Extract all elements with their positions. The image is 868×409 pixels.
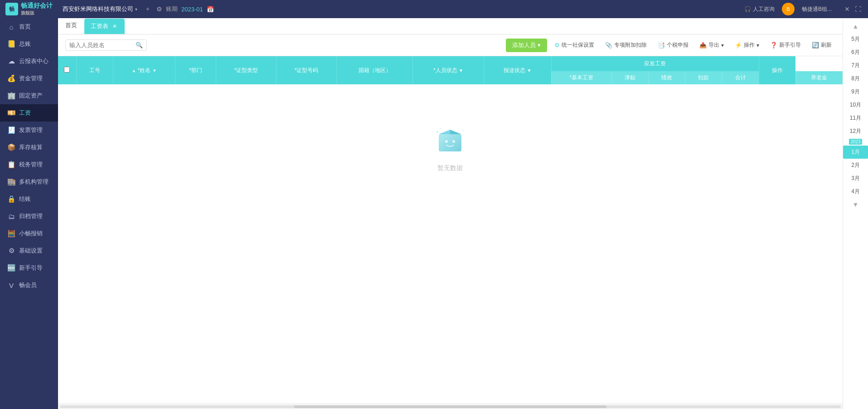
month-6[interactable]: 6月 [843,46,868,59]
bottom-scrollbar[interactable] [58,404,843,409]
sidebar-label-inventory: 库存核算 [19,143,43,151]
new-guide-button[interactable]: ❓ 新手引导 [766,39,805,51]
deduction-label: 专项附加扣除 [614,41,647,49]
month-4[interactable]: 4月 [843,185,868,198]
add-icon[interactable]: ＋ [145,5,151,13]
sidebar-label-archive: 归档管理 [19,212,43,220]
tab-home-label: 首页 [65,22,77,29]
salary-table: 工号 ▲ *姓名 ▼ *部门 *证型类型 *证型号码 国籍（地区） *人员状态 … [58,56,843,209]
month-12[interactable]: 12月 [843,125,868,138]
add-person-label: 添加人员 [512,41,536,49]
svg-marker-2 [450,130,461,134]
sidebar-item-fund[interactable]: 💰 资金管理 [0,70,58,87]
window-controls: ✕ ⛶ [843,5,863,14]
export-button[interactable]: 📤 导出 ▾ [696,39,727,51]
sidebar-item-cloud[interactable]: ☁ 云报表中心 [0,53,58,70]
empty-state: 暂无数据 [58,84,843,209]
settings-icon[interactable]: ⚙ [156,5,162,13]
month-8[interactable]: 8月 [843,72,868,85]
operate-button[interactable]: ⚡ 操作 ▾ [731,39,763,51]
tab-close-icon[interactable]: ✕ [111,23,118,30]
month-2[interactable]: 2月 [843,159,868,172]
th-report-status: 报送状态 ▼ [484,56,552,84]
sidebar-label-fixed: 固定资产 [19,92,43,100]
add-person-button[interactable]: 添加人员 ▾ [506,39,547,52]
company-dropdown-icon: ▾ [135,7,137,12]
salary-icon: 💴 [7,109,15,117]
th-salary-group: 应发工资 [551,56,759,71]
tab-salary-table[interactable]: 工资表 ✕ [84,19,125,34]
sidebar-item-ledger[interactable]: 📒 总账 [0,35,58,53]
year-badge: 2023 [849,139,862,145]
svg-point-4 [452,140,455,143]
company-name: 西安虾米网络科技有限公司 [63,5,133,13]
sidebar-item-member[interactable]: V 畅会员 [0,277,58,294]
sidebar-item-home[interactable]: ⌂ 首页 [0,18,58,35]
sidebar-item-tax[interactable]: 📋 税务管理 [0,156,58,173]
tax-declaration-button[interactable]: 📑 个税申报 [654,39,692,51]
scrollbar-thumb[interactable] [294,405,606,408]
sidebar-item-multi[interactable]: 🏬 多机构管理 [0,173,58,190]
panel-scroll-down[interactable]: ▼ [849,198,862,211]
multi-icon: 🏬 [7,178,15,186]
search-input[interactable] [69,42,134,49]
table-body: 暂无数据 [58,84,843,209]
headset-icon: 🎧 [744,6,751,12]
tab-bar: 首页 工资表 ✕ [58,18,843,34]
sidebar-item-expense[interactable]: 🧮 小畅报销 [0,225,58,242]
scrollbar-track [60,405,841,408]
svg-point-7 [441,128,441,129]
th-person-status: *人员状态 ▼ [413,56,484,84]
search-wrap: 🔍 [65,39,147,51]
add-person-dropdown-icon: ▾ [538,42,541,49]
sidebar-item-fixed[interactable]: 🏢 固定资产 [0,87,58,104]
sidebar-item-inventory[interactable]: 📦 库存核算 [0,139,58,156]
sidebar-item-settings[interactable]: ⚙ 基础设置 [0,242,58,259]
calendar-icon[interactable]: 📅 [207,6,214,13]
period-value[interactable]: 2023-01 [181,6,203,13]
select-all-checkbox[interactable] [64,67,70,73]
svg-rect-0 [439,134,461,151]
panel-scroll-up[interactable]: ▲ [849,20,862,33]
content-area: 首页 工资表 ✕ 🔍 添加人员 ▾ ⚙ 统一社保设置 📎 [58,18,843,409]
th-base-salary: *基本工资 [551,71,611,84]
user-avatar[interactable]: B [782,3,795,15]
month-10[interactable]: 10月 [843,98,868,112]
sidebar-label-member: 畅会员 [19,281,37,289]
refresh-button[interactable]: 🔄 刷新 [808,39,835,51]
month-1[interactable]: 1月 [843,146,868,159]
fixed-icon: 🏢 [7,92,15,100]
sidebar-item-salary[interactable]: 💴 工资 [0,104,58,122]
person-status-filter-icon[interactable]: ▼ [459,68,463,73]
deduction-button[interactable]: 📎 专项附加扣除 [601,39,650,51]
sidebar-label-close: 结账 [19,195,31,203]
social-security-button[interactable]: ⚙ 统一社保设置 [551,39,598,51]
maximize-button[interactable]: ⛶ [853,5,863,14]
sidebar-item-archive[interactable]: 🗂 归档管理 [0,208,58,225]
company-selector[interactable]: 西安虾米网络科技有限公司 ▾ [63,5,137,13]
month-11[interactable]: 11月 [843,112,868,125]
logo-area: 畅 畅通好会计 旗舰版 [5,2,55,16]
svg-marker-1 [439,130,450,134]
sidebar-item-guide[interactable]: 🆕 新手引导 [0,259,58,277]
month-9[interactable]: 9月 [843,85,868,98]
th-deduct: 扣款 [685,71,722,84]
close-button[interactable]: ✕ [843,5,852,14]
sidebar-item-close[interactable]: 🔒 结账 [0,190,58,208]
sidebar-item-invoice[interactable]: 🧾 发票管理 [0,122,58,139]
report-status-filter-icon[interactable]: ▼ [527,68,532,73]
th-checkbox[interactable] [58,56,76,84]
th-allowance: 津贴 [611,71,648,84]
tax-icon: 📋 [7,161,15,169]
sidebar-label-settings: 基础设置 [19,247,43,255]
fund-icon: 💰 [7,74,15,83]
th-total: 合计 [722,71,759,84]
app-subtitle: 旗舰版 [21,10,53,16]
tab-home[interactable]: 首页 [58,18,84,34]
th-name: ▲ *姓名 ▼ [113,56,175,84]
month-3[interactable]: 3月 [843,172,868,185]
month-5[interactable]: 5月 [843,33,868,46]
tab-salary-label: 工资表 [91,22,108,30]
month-7[interactable]: 7月 [843,59,868,72]
support-button[interactable]: 🎧 人工咨询 [744,5,775,13]
